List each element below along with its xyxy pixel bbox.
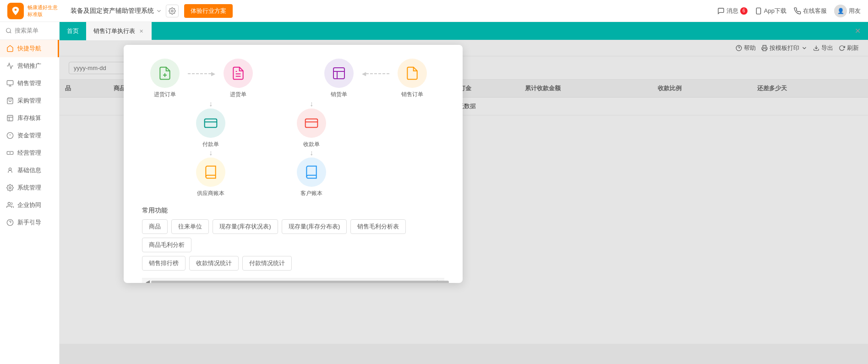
flow-label-sales-order: 销售订单 [401, 91, 423, 98]
flow-circle-sales-bill [324, 59, 354, 88]
flow-item-purchase-order[interactable]: 进货订单 [142, 59, 188, 98]
flow-label-receipt: 收款单 [303, 141, 320, 148]
modal-scrollbar: ◀ ▶ [142, 278, 444, 283]
svg-point-0 [171, 10, 173, 12]
common-functions-title: 常用功能 [142, 206, 444, 215]
function-buttons: 商品 往来单位 现存量(库存状况表) 现存量(库存分布表) 销售毛利分析表 商品… [142, 219, 444, 252]
svg-rect-9 [7, 115, 13, 121]
message-button[interactable]: 消息 6 [717, 7, 748, 15]
sidebar: 搜索菜单 快捷导航 营销推广 销售管理 采购管理 库存核算 [0, 22, 60, 364]
func-btn-stock-dist[interactable]: 现存量(库存分布表) [282, 219, 347, 234]
flow-item-sales-order[interactable]: 销售订单 [389, 59, 435, 98]
page-content: 帮助 按模板打印 导出 刷新 [60, 40, 868, 364]
flow-circle-payment [196, 109, 225, 138]
sidebar-item-marketing[interactable]: 营销推广 [0, 57, 59, 75]
sidebar-item-system[interactable]: 系统管理 [0, 179, 59, 196]
svg-rect-5 [7, 81, 13, 85]
scroll-track[interactable] [151, 281, 435, 283]
flow-item-purchase-bill[interactable]: 进货单 [215, 59, 261, 98]
top-bar: 畅康通好生意 标准版 装备及固定资产辅助管理系统 体验行业方案 消息 6 App… [0, 0, 868, 22]
sidebar-item-guide[interactable]: 新手引导 [0, 214, 59, 231]
arrow-down-payment: ↓ [209, 100, 213, 108]
arrow-down-supplier: ↓ [209, 149, 213, 157]
svg-point-17 [9, 187, 11, 189]
svg-point-3 [6, 28, 11, 33]
flow-label-purchase-order: 进货订单 [154, 91, 176, 98]
app-wrapper: 畅康通好生意 标准版 装备及固定资产辅助管理系统 体验行业方案 消息 6 App… [0, 0, 868, 364]
svg-point-15 [10, 152, 10, 153]
common-functions-section: 常用功能 商品 往来单位 现存量(库存状况表) 现存量(库存分布表) 销售毛利分… [142, 206, 444, 271]
main-area: 搜索菜单 快捷导航 营销推广 销售管理 采购管理 库存核算 [0, 22, 868, 364]
scroll-left-arrow[interactable]: ◀ [144, 278, 151, 283]
close-all-tabs[interactable]: ✕ [847, 22, 868, 40]
online-service-button[interactable]: 在线客服 [794, 7, 827, 15]
flow-label-payment: 付款单 [202, 141, 219, 148]
user-profile[interactable]: 👤 用友 [834, 5, 861, 17]
logo-text: 畅康通好生意 标准版 [27, 4, 58, 17]
sidebar-item-quick-nav[interactable]: 快捷导航 [0, 40, 59, 57]
flow-item-supplier-ledger[interactable]: 供应商账本 [188, 158, 234, 197]
settings-button[interactable] [166, 5, 179, 17]
func-btn-receipt-stats[interactable]: 收款情况统计 [189, 256, 239, 271]
flow-item-sales-bill[interactable]: 销货单 [316, 59, 362, 98]
sidebar-item-quick-nav-label: 快捷导航 [17, 44, 41, 53]
flow-item-receipt[interactable]: 收款单 [289, 109, 334, 148]
flow-circle-receipt [297, 109, 326, 138]
func-btn-sales-margin[interactable]: 销售毛利分析表 [350, 219, 406, 234]
modal-overlay: 进货订单 ▶ [60, 40, 868, 364]
sidebar-item-sales[interactable]: 销售管理 [0, 75, 59, 92]
tab-bar: 首页 销售订单执行表 ✕ ✕ [60, 22, 868, 40]
logo-icon [7, 3, 24, 19]
func-btn-payment-stats[interactable]: 付款情况统计 [242, 256, 292, 271]
tab-home[interactable]: 首页 [60, 22, 86, 40]
svg-rect-34 [306, 119, 318, 128]
flow-label-supplier-ledger: 供应商账本 [197, 190, 224, 197]
experience-btn[interactable]: 体验行业方案 [184, 4, 233, 18]
logo-area: 畅康通好生意 标准版 [7, 3, 67, 19]
svg-line-4 [10, 32, 11, 33]
sidebar-item-inventory[interactable]: 库存核算 [0, 109, 59, 127]
arrow-down-customer: ↓ [310, 149, 313, 157]
flow-circle-customer [297, 158, 326, 187]
func-btn-product-margin[interactable]: 商品毛利分析 [142, 238, 191, 252]
system-title-dropdown[interactable]: 装备及固定资产辅助管理系统 [67, 7, 162, 15]
arrow-down-receipt: ↓ [310, 100, 313, 108]
flow-label-purchase-bill: 进货单 [230, 91, 246, 98]
scroll-thumb[interactable] [151, 281, 449, 283]
flow-item-customer-ledger[interactable]: 客户账本 [289, 158, 334, 197]
flow-diagram: 进货订单 ▶ [142, 59, 444, 197]
svg-rect-32 [205, 119, 217, 128]
app-download-button[interactable]: App下载 [755, 7, 786, 15]
sidebar-item-operations[interactable]: 经营管理 [0, 144, 59, 162]
quick-nav-modal: 进货订单 ▶ [124, 45, 463, 283]
flow-circle-purchase-bill [224, 59, 253, 88]
flow-label-sales-bill: 销货单 [331, 91, 347, 98]
flow-item-payment[interactable]: 付款单 [188, 109, 234, 148]
tab-sales-order-exec[interactable]: 销售订单执行表 ✕ [86, 22, 152, 40]
sidebar-item-cooperation[interactable]: 企业协同 [0, 196, 59, 214]
svg-point-18 [8, 202, 10, 205]
flow-label-customer-ledger: 客户账本 [300, 190, 322, 197]
func-btn-sales-rank[interactable]: 销售排行榜 [142, 256, 186, 271]
function-buttons-row2: 销售排行榜 收款情况统计 付款情况统计 [142, 256, 444, 271]
sidebar-search[interactable]: 搜索菜单 [0, 22, 59, 40]
svg-point-16 [9, 168, 11, 170]
sidebar-item-finance[interactable]: 资金管理 [0, 127, 59, 144]
flow-circle-supplier [196, 158, 225, 187]
tab-close-button[interactable]: ✕ [138, 28, 144, 34]
flow-circle-sales-order [398, 59, 427, 88]
top-right-actions: 消息 6 App下载 在线客服 👤 用友 [717, 5, 861, 17]
sidebar-item-purchase[interactable]: 采购管理 [0, 92, 59, 109]
system-title: 装备及固定资产辅助管理系统 [71, 7, 154, 15]
func-btn-product[interactable]: 商品 [142, 219, 168, 234]
message-badge: 6 [740, 7, 748, 15]
svg-rect-1 [756, 8, 760, 14]
svg-rect-29 [333, 68, 344, 79]
func-btn-stock-status[interactable]: 现存量(库存状况表) [213, 219, 278, 234]
func-btn-partners[interactable]: 往来单位 [171, 219, 209, 234]
flow-circle-purchase-order [150, 59, 180, 88]
sidebar-item-basic-info[interactable]: 基础信息 [0, 162, 59, 179]
content-area: 首页 销售订单执行表 ✕ ✕ 帮助 按模板打 [60, 22, 868, 364]
user-avatar: 👤 [834, 5, 847, 17]
